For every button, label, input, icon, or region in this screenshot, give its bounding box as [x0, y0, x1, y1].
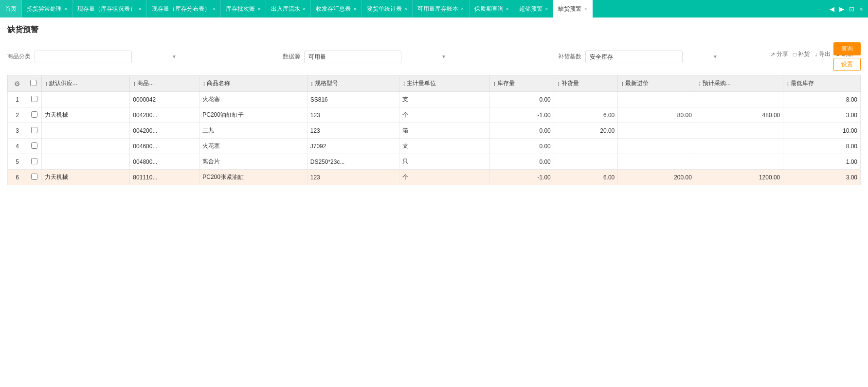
row-checkbox[interactable] — [31, 142, 37, 149]
query-button[interactable]: 查询 — [833, 42, 861, 55]
estimated-purchase-cell: 1200.00 — [695, 170, 783, 185]
product-code-cell: 0000042 — [130, 92, 199, 107]
row-checkbox-cell[interactable] — [27, 154, 42, 170]
nav-tab-batch[interactable]: 库存批次账 × — [221, 0, 266, 18]
product-name-col-header[interactable]: ↕ 商品名称 — [199, 75, 307, 92]
nav-tab-picking[interactable]: 拣货异常处理 × — [22, 0, 72, 18]
nav-prev-button[interactable]: ◀ — [827, 4, 837, 14]
close-icon[interactable]: × — [138, 6, 141, 12]
close-icon[interactable]: × — [584, 6, 587, 12]
unit-cell: 支 — [399, 92, 490, 107]
supplier-cell: 力天机械 — [42, 170, 130, 185]
replenish-qty-cell: 6.00 — [554, 107, 617, 123]
row-checkbox[interactable] — [31, 111, 37, 118]
row-checkbox[interactable] — [31, 174, 37, 180]
product-code-cell: 004600... — [130, 139, 199, 154]
replenish-qty-col-header[interactable]: ↕ 补货量 — [554, 75, 617, 92]
data-table: ⚙ ↕ 默认供应... ↕ 商品... — [7, 75, 861, 185]
spec-cell: SS816 — [307, 92, 399, 107]
settings-col-header[interactable]: ⚙ — [8, 75, 27, 92]
row-checkbox-cell[interactable] — [27, 170, 42, 185]
close-icon[interactable]: × — [303, 6, 306, 12]
row-number: 3 — [8, 123, 27, 139]
min-stock-col-header[interactable]: ↕ 最低库存 — [783, 75, 861, 92]
table-row: 2 力天机械 004200... PC200油缸缸子 123 个 -1.00 6… — [8, 107, 861, 123]
close-icon[interactable]: × — [545, 6, 548, 12]
nav-controls: ◀ ▶ ⊡ × — [825, 4, 868, 14]
stock-cell: 0.00 — [490, 154, 554, 170]
product-code-col-header[interactable]: ↕ 商品... — [130, 75, 199, 92]
latest-price-cell — [618, 123, 695, 139]
nav-next-button[interactable]: ▶ — [837, 4, 847, 14]
nav-tab-shelf-life[interactable]: 保质期查询 × — [470, 0, 514, 18]
nav-tab-summary[interactable]: 收发存汇总表 × — [311, 0, 362, 18]
chevron-down-icon: ▼ — [713, 54, 718, 59]
min-stock-cell: 3.00 — [783, 107, 861, 123]
table-row: 4 004600... 火花塞 J7092 支 0.00 8.00 — [8, 139, 861, 154]
latest-price-cell: 200.00 — [618, 170, 695, 185]
latest-price-cell — [618, 92, 695, 107]
main-content: 缺货预警 ↗ 分享 □ 补货 ↓ 导出 ↺ 刷新 商品分类 — [0, 18, 868, 387]
spec-cell: DS250*23c... — [307, 154, 399, 170]
unit-col-header[interactable]: ↕ 主计量单位 — [399, 75, 490, 92]
window-close-button[interactable]: × — [857, 4, 866, 14]
unit-cell: 只 — [399, 154, 490, 170]
close-icon[interactable]: × — [353, 6, 356, 12]
min-stock-cell: 1.00 — [783, 154, 861, 170]
estimated-purchase-cell — [695, 154, 783, 170]
row-checkbox[interactable] — [31, 158, 37, 164]
row-checkbox[interactable] — [31, 96, 37, 102]
latest-price-cell — [618, 154, 695, 170]
close-icon[interactable]: × — [64, 6, 67, 12]
window-restore-button[interactable]: ⊡ — [847, 4, 857, 14]
product-code-cell: 004200... — [130, 123, 199, 139]
supplier-col-header[interactable]: ↕ 默认供应... — [42, 75, 130, 92]
row-checkbox[interactable] — [31, 127, 37, 133]
nav-tab-shortage[interactable]: 缺货预警 × — [553, 0, 592, 18]
latest-price-cell — [618, 139, 695, 154]
close-icon[interactable]: × — [461, 6, 464, 12]
row-checkbox-cell[interactable] — [27, 139, 42, 154]
min-stock-cell: 8.00 — [783, 92, 861, 107]
datasource-filter-group: 数据源 可用量 ▼ — [283, 51, 548, 63]
settings-button[interactable]: 设置 — [833, 58, 861, 71]
row-checkbox-cell[interactable] — [27, 92, 42, 107]
estimated-purchase-col-header[interactable]: ↕ 预计采购... — [695, 75, 783, 92]
table-header-row: ⚙ ↕ 默认供应... ↕ 商品... — [8, 75, 861, 92]
settings-icon[interactable]: ⚙ — [11, 80, 24, 88]
replenish-basis-select[interactable]: 安全库存 — [585, 51, 683, 63]
close-icon[interactable]: × — [257, 6, 260, 12]
close-icon[interactable]: × — [404, 6, 407, 12]
close-icon[interactable]: × — [213, 6, 216, 12]
replenish-qty-cell — [554, 92, 617, 107]
latest-price-cell: 80.00 — [618, 107, 695, 123]
product-code-cell: 004200... — [130, 107, 199, 123]
min-stock-cell: 3.00 — [783, 170, 861, 185]
stock-cell: -1.00 — [490, 107, 554, 123]
select-all-checkbox[interactable] — [30, 80, 36, 86]
latest-price-col-header[interactable]: ↕ 最新进价 — [618, 75, 695, 92]
row-checkbox-cell[interactable] — [27, 123, 42, 139]
datasource-select[interactable]: 可用量 — [304, 51, 401, 63]
stock-col-header[interactable]: ↕ 库存量 — [490, 75, 554, 92]
nav-tab-overstock[interactable]: 超储预警 × — [514, 0, 553, 18]
nav-tab-requisition[interactable]: 要货单统计表 × — [362, 0, 413, 18]
replenish-qty-cell — [554, 139, 617, 154]
nav-tab-inventory-dist[interactable]: 现存量（库存分布表） × — [147, 0, 221, 18]
product-name-cell: PC200张紧油缸 — [199, 170, 307, 185]
nav-tab-available[interactable]: 可用量库存账本 × — [413, 0, 469, 18]
nav-tab-flow[interactable]: 出入库流水 × — [266, 0, 311, 18]
category-select[interactable] — [35, 51, 132, 63]
row-number: 2 — [8, 107, 27, 123]
replenish-qty-cell — [554, 154, 617, 170]
spec-col-header[interactable]: ↕ 规格型号 — [307, 75, 399, 92]
nav-tab-home[interactable]: 首页 — [0, 0, 22, 18]
close-icon[interactable]: × — [506, 6, 509, 12]
replenish-basis-label: 补货基数 — [558, 53, 581, 61]
nav-tab-inventory-status[interactable]: 现存量（库存状况表） × — [72, 0, 146, 18]
table-row: 5 004800... 离合片 DS250*23c... 只 0.00 1.00 — [8, 154, 861, 170]
estimated-purchase-cell — [695, 92, 783, 107]
supplier-cell: 力天机械 — [42, 107, 130, 123]
row-checkbox-cell[interactable] — [27, 107, 42, 123]
spec-cell: 123 — [307, 170, 399, 185]
